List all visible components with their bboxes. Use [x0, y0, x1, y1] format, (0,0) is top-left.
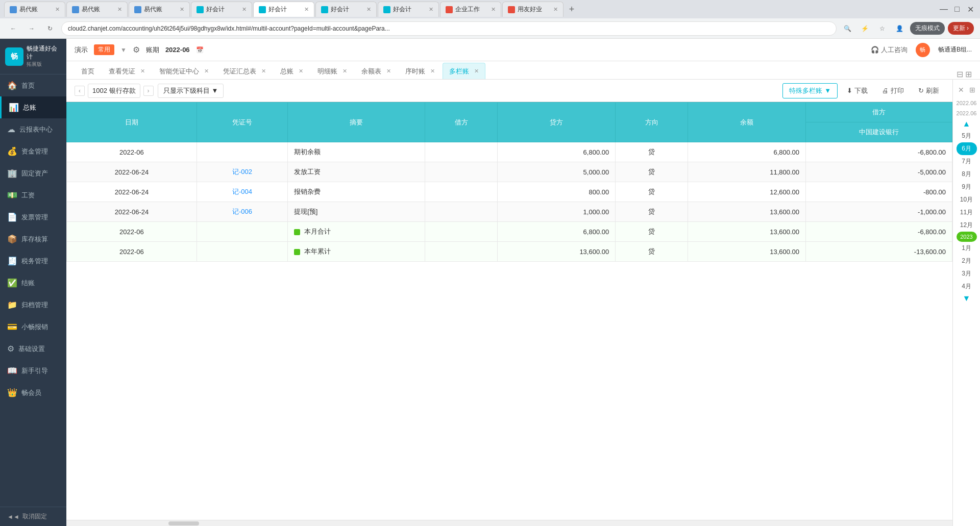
tab-voucher[interactable]: 查看凭证 ✕	[102, 63, 152, 79]
sidebar-item-funds[interactable]: 💰 资金管理	[0, 140, 66, 162]
tab-general-ledger-close[interactable]: ✕	[299, 68, 303, 74]
sidebar-item-tax[interactable]: 🧾 税务管理	[0, 250, 66, 272]
incognito-button[interactable]: 无痕模式	[910, 22, 945, 35]
timeline-month-2023-3[interactable]: 3月	[957, 267, 977, 280]
voucher-link-1[interactable]: 记-002	[232, 168, 252, 176]
tab-voucher-summary[interactable]: 凭证汇总表 ✕	[216, 63, 273, 79]
tab-3[interactable]: 易代账 ✕	[129, 2, 190, 17]
timeline-month-12[interactable]: 12月	[957, 219, 977, 232]
download-button[interactable]: ⬇ 下载	[842, 84, 873, 98]
timeline-month-6[interactable]: 6月	[957, 142, 977, 155]
tab-multi-column[interactable]: 多栏账 ✕	[443, 63, 485, 79]
tab-close-6[interactable]: ✕	[366, 6, 371, 13]
back-button[interactable]: ←	[6, 21, 20, 36]
tab-2[interactable]: 易代账 ✕	[66, 2, 128, 17]
tab-detail-ledger[interactable]: 明细账 ✕	[311, 63, 354, 79]
sidebar-item-invoice[interactable]: 📄 发票管理	[0, 206, 66, 228]
timeline-month-9[interactable]: 9月	[957, 181, 977, 193]
demo-arrow-icon[interactable]: ▼	[120, 46, 127, 54]
tab-sequence-close[interactable]: ✕	[430, 68, 435, 74]
new-tab-button[interactable]: +	[565, 2, 579, 16]
tab-smart-voucher-close[interactable]: ✕	[204, 68, 209, 74]
update-button[interactable]: 更新 ›	[948, 22, 974, 35]
tab-8[interactable]: 企业工作 ✕	[440, 2, 501, 17]
tab-1[interactable]: 易代账 ✕	[4, 2, 65, 17]
consult-button[interactable]: 🎧 人工咨询	[871, 45, 908, 55]
sidebar-item-home[interactable]: 🏠 首页	[0, 74, 66, 96]
prev-account-button[interactable]: ‹	[75, 86, 85, 96]
url-input[interactable]: cloud2.chanjet.com/accounting/uh26t264j5…	[61, 21, 837, 36]
sidebar-item-salary[interactable]: 💵 工资	[0, 184, 66, 206]
timeline-scroll-down[interactable]: ▼	[962, 293, 972, 304]
timeline-month-10[interactable]: 10月	[957, 193, 977, 206]
tab-4[interactable]: 好会计 ✕	[191, 2, 252, 17]
sidebar-item-settings[interactable]: ⚙ 基础设置	[0, 338, 66, 360]
profile-icon[interactable]: 👤	[893, 21, 907, 36]
tab-close-4[interactable]: ✕	[242, 6, 247, 13]
tab-balance-close[interactable]: ✕	[386, 68, 391, 74]
minimize-button[interactable]: —	[938, 4, 949, 15]
timeline-month-7[interactable]: 7月	[957, 155, 977, 168]
horizontal-scrollbar[interactable]	[66, 520, 952, 526]
tab-close-7[interactable]: ✕	[429, 6, 433, 13]
sidebar-item-archive[interactable]: 📁 归档管理	[0, 294, 66, 316]
tab-close-9[interactable]: ✕	[553, 6, 558, 13]
tab-5[interactable]: 好会计 ✕	[253, 2, 314, 17]
timeline-month-2023-4[interactable]: 4月	[957, 280, 977, 293]
timeline-scroll-up[interactable]: ▲	[962, 118, 972, 130]
next-account-button[interactable]: ›	[143, 86, 154, 96]
forward-button[interactable]: →	[24, 21, 39, 36]
sidebar-item-ledger[interactable]: 📊 总账	[0, 96, 66, 118]
expand-panel-button[interactable]: ⊞	[967, 84, 977, 96]
sidebar-item-close-accounts[interactable]: ✅ 结账	[0, 272, 66, 294]
tab-detail-close[interactable]: ✕	[342, 68, 347, 74]
tab-sequence[interactable]: 序时账 ✕	[399, 63, 442, 79]
filter-dropdown[interactable]: 只显示下级科目 ▼	[158, 84, 224, 98]
cell-voucher-2[interactable]: 记-004	[197, 182, 287, 202]
timeline-month-2023-2[interactable]: 2月	[957, 255, 977, 267]
timeline-month-8[interactable]: 8月	[957, 168, 977, 181]
tab-close-2[interactable]: ✕	[117, 6, 122, 13]
sidebar-item-guide[interactable]: 📖 新手引导	[0, 360, 66, 382]
tab-multi-close[interactable]: ✕	[474, 68, 479, 74]
search-icon[interactable]: 🔍	[841, 21, 855, 36]
refresh-button[interactable]: ↻ 刷新	[913, 84, 944, 98]
timeline-month-5[interactable]: 5月	[957, 130, 977, 142]
tab-9[interactable]: 用友好业 ✕	[502, 2, 564, 17]
tab-voucher-close[interactable]: ✕	[140, 68, 145, 74]
sidebar-item-inventory[interactable]: 📦 库存核算	[0, 228, 66, 250]
tab-close-8[interactable]: ✕	[491, 6, 496, 13]
cell-voucher-1[interactable]: 记-002	[197, 162, 287, 182]
maximize-button[interactable]: □	[951, 4, 963, 15]
collapse-panel-button[interactable]: ⊟ ⊞	[957, 69, 972, 79]
tab-7[interactable]: 好会计 ✕	[378, 2, 439, 17]
tab-balance[interactable]: 余额表 ✕	[355, 63, 398, 79]
voucher-link-2[interactable]: 记-004	[232, 188, 252, 195]
account-code[interactable]: 1002 银行存款	[88, 84, 140, 98]
tab-home[interactable]: 首页	[75, 63, 101, 79]
close-panel-button[interactable]: ✕	[956, 84, 966, 96]
calendar-icon[interactable]: 📅	[196, 46, 204, 54]
tab-close-3[interactable]: ✕	[180, 6, 184, 13]
print-button[interactable]: 🖨 打印	[877, 84, 909, 98]
timeline-month-11[interactable]: 11月	[957, 206, 977, 219]
unfix-button[interactable]: ◄◄ 取消固定	[7, 512, 59, 521]
settings-gear-icon[interactable]: ⚙	[133, 45, 140, 55]
scroll-thumb[interactable]	[168, 521, 199, 525]
special-multi-column-button[interactable]: 特殊多栏账 ▼	[782, 83, 838, 98]
tab-close-5[interactable]: ✕	[304, 6, 309, 13]
sidebar-item-membership[interactable]: 👑 畅会员	[0, 382, 66, 404]
tab-close-1[interactable]: ✕	[55, 6, 60, 13]
bookmark-icon[interactable]: ☆	[875, 21, 890, 36]
reload-button[interactable]: ↻	[43, 21, 57, 36]
tab-smart-voucher[interactable]: 智能凭证中心 ✕	[153, 63, 215, 79]
voucher-link-3[interactable]: 记-006	[232, 208, 252, 215]
tab-6[interactable]: 好会计 ✕	[315, 2, 377, 17]
sidebar-item-fixed-assets[interactable]: 🏢 固定资产	[0, 162, 66, 184]
tab-voucher-summary-close[interactable]: ✕	[261, 68, 266, 74]
close-button[interactable]: ✕	[965, 4, 976, 15]
cell-voucher-3[interactable]: 记-006	[197, 202, 287, 222]
sidebar-item-expense[interactable]: 💳 小畅报销	[0, 316, 66, 338]
demo-badge[interactable]: 常用	[94, 44, 114, 55]
tab-general-ledger[interactable]: 总账 ✕	[274, 63, 310, 79]
